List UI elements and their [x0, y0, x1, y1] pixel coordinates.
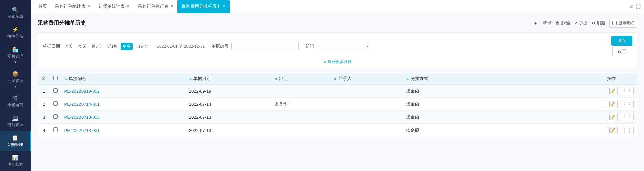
row-checkbox[interactable]	[53, 88, 58, 93]
bill-no-cell: PE-20220919-002	[61, 85, 185, 98]
delete-button[interactable]: 🗑 删除	[555, 20, 570, 26]
bill-no-label: 单据编号	[211, 43, 229, 49]
date-cell: 2022-07-13	[185, 124, 271, 137]
row-checkbox[interactable]	[53, 127, 58, 132]
bill-no-link[interactable]: PE-20220713-003	[64, 115, 100, 120]
row-num: 3	[38, 111, 50, 124]
row-actions: 📝 ⋮⋮	[607, 113, 634, 121]
bill-no-link[interactable]: PE-20220713-001	[64, 128, 100, 133]
show-cols-label: 显示明细	[618, 20, 634, 26]
tab-close-icon[interactable]: ✕	[170, 4, 173, 8]
bill-no-cell: PE-20220713-003	[61, 111, 185, 124]
add-button[interactable]: ＋ + 新增	[533, 20, 551, 26]
close-all-tabs-icon[interactable]: ✕	[629, 4, 633, 9]
select-all-checkbox[interactable]	[53, 76, 58, 80]
tab-close-icon[interactable]: ✕	[223, 4, 226, 8]
sort-icon: ⇅	[275, 77, 277, 81]
data-table: ⚙ ⇅ 单据编号 ⇅ 单据日期 ⇅ 部门	[38, 72, 637, 137]
custom-shortcut[interactable]: 自定义	[134, 43, 150, 50]
sidebar-item-minishop[interactable]: 🛒 小畅电商	[0, 92, 31, 111]
edit-row-button[interactable]: 📝	[607, 100, 618, 108]
expand-conditions-button[interactable]: ∨ 展开更多条件	[323, 59, 352, 65]
page-title: 采购费用分摊单历史	[38, 20, 86, 27]
select-all-header[interactable]	[50, 73, 61, 85]
table-settings-icon[interactable]: ⚙	[41, 76, 46, 81]
more-row-button[interactable]: ⋮⋮	[620, 113, 634, 121]
expand-row: ∨ 展开更多条件	[43, 59, 632, 65]
more-row-button[interactable]: ⋮⋮	[620, 100, 634, 108]
row-checkbox[interactable]	[53, 101, 58, 106]
tab-label: 采购费用分摊单历史	[181, 3, 221, 9]
table-row: 1 PE-20220919-002 2022-09-19 按金额 📝 ⋮	[38, 85, 637, 98]
sidebar-item-ecommerce[interactable]: 💻 电商管理	[0, 111, 31, 131]
tab-close-icon[interactable]: ✕	[88, 4, 91, 8]
more-row-button[interactable]: ⋮⋮	[620, 87, 634, 95]
split-method-cell: 按金额	[402, 85, 604, 98]
filter-row: 单据日期 昨天 今天 近7天 近1月 更多 自定义 2022-01-01 至 2…	[43, 36, 632, 56]
bill-no-filter-group: 单据编号	[211, 42, 299, 50]
tab-purchase-order-stats[interactable]: 采购订单统计表 ✕	[51, 0, 95, 13]
tab-bar: 首页 采购订单统计表 ✕ 进货单统计表 ✕ 采购订单执行表 ✕ 采购费用分摊单历…	[31, 0, 644, 13]
dept-select-wrapper: 财务部	[317, 42, 370, 50]
bill-no-link[interactable]: PE-20220714-001	[64, 102, 100, 107]
week-shortcut[interactable]: 近7天	[90, 43, 104, 50]
sidebar-item-purchase[interactable]: 📋 采购管理	[0, 131, 31, 151]
sidebar-item-inventory[interactable]: 📊 库存核算	[0, 151, 31, 171]
sort-icon: ⇅	[334, 77, 336, 81]
yesterday-shortcut[interactable]: 昨天	[63, 43, 75, 50]
edit-row-button[interactable]: 📝	[607, 87, 618, 95]
table-row: 4 PE-20220713-001 2022-07-13 按金额 📝 ⋮	[38, 124, 637, 137]
sidebar-item-label: 零售管理	[7, 54, 23, 59]
minishop-icon: 🛒	[12, 95, 19, 101]
split-method-cell: 按金额	[402, 111, 604, 124]
dept-select[interactable]: 财务部	[317, 42, 370, 50]
sidebar: 🔍 搜索菜单 ⚡ 快捷导航 🏪 零售管理 ▼ 📦 批发管理 ▼ 🛒 小畅电商 💻…	[0, 0, 31, 171]
row-actions-cell: 📝 ⋮⋮	[604, 98, 637, 111]
tab-purchase-order-exec[interactable]: 采购订单执行表 ✕	[134, 0, 177, 13]
tab-goods-receipt-stats[interactable]: 进货单统计表 ✕	[95, 0, 134, 13]
filter-settings-button[interactable]: 设置	[612, 47, 631, 56]
bill-no-link[interactable]: PE-20220919-002	[64, 89, 100, 94]
sidebar-item-quicknav[interactable]: ⚡ 快捷导航	[0, 23, 31, 43]
filter-area: 单据日期 昨天 今天 近7天 近1月 更多 自定义 2022-01-01 至 2…	[38, 32, 637, 68]
date-filter-label: 单据日期	[43, 43, 60, 49]
tab-home[interactable]: 首页	[34, 0, 51, 13]
export-label: 导出	[579, 20, 588, 26]
sidebar-item-retail[interactable]: 🏪 零售管理 ▼	[0, 43, 31, 67]
show-cols-checkbox[interactable]	[612, 21, 617, 25]
show-cols-button[interactable]: 显示明细	[609, 19, 637, 28]
tab-close-icon[interactable]: ✕	[127, 4, 130, 8]
refresh-button[interactable]: ↻ 刷新	[592, 20, 605, 26]
chevron-down-icon: ▼	[14, 60, 17, 64]
table-header: ⚙ ⇅ 单据编号 ⇅ 单据日期 ⇅ 部门	[38, 73, 637, 85]
sidebar-item-wholesale[interactable]: 📦 批发管理 ▼	[0, 67, 31, 92]
row-num: 2	[38, 98, 50, 111]
sidebar-item-label: 电商管理	[7, 122, 23, 128]
sidebar-item-label: 快捷导航	[7, 34, 23, 39]
sidebar-item-label: 库存核算	[7, 162, 23, 167]
tab-purchase-cost-history[interactable]: 采购费用分摊单历史 ✕	[177, 0, 230, 13]
split-method-cell: 按金额	[402, 98, 604, 111]
dept-label: 部门	[305, 43, 314, 49]
date-range-group: 2022-01-01 至 2022-12-31	[157, 44, 204, 49]
inventory-icon: 📊	[12, 154, 19, 161]
maximize-icon[interactable]: ⛶	[636, 4, 641, 9]
table-body: 1 PE-20220919-002 2022-09-19 按金额 📝 ⋮	[38, 85, 637, 137]
edit-row-button[interactable]: 📝	[607, 113, 618, 121]
more-row-button[interactable]: ⋮⋮	[620, 126, 634, 134]
date-col-header: ⇅ 单据日期	[185, 73, 271, 85]
row-actions-cell: 📝 ⋮⋮	[604, 85, 637, 98]
export-button[interactable]: ↗ 导出	[574, 20, 588, 26]
month-shortcut[interactable]: 近1月	[105, 43, 120, 50]
query-button[interactable]: 查询	[611, 36, 632, 46]
handler-cell	[330, 85, 402, 98]
sidebar-item-search[interactable]: 🔍 搜索菜单	[0, 3, 31, 23]
date-filter-group: 单据日期 昨天 今天 近7天 近1月 更多 自定义	[43, 43, 150, 50]
row-checkbox[interactable]	[53, 114, 58, 119]
bill-no-input[interactable]	[231, 42, 299, 50]
today-shortcut[interactable]: 今天	[76, 43, 88, 50]
sort-icon: ⇅	[64, 77, 67, 81]
settings-col-header[interactable]: ⚙	[38, 73, 50, 85]
edit-row-button[interactable]: 📝	[607, 126, 618, 134]
more-shortcut[interactable]: 更多	[121, 43, 133, 50]
